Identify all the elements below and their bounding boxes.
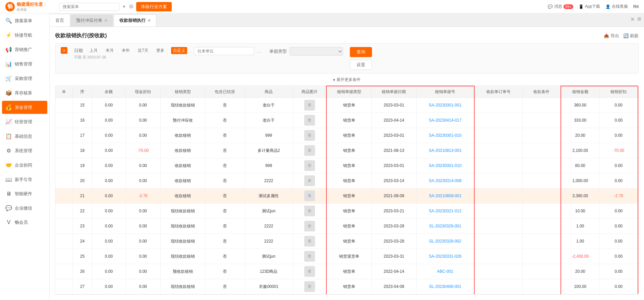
- export-button[interactable]: 📤 导出: [604, 33, 619, 39]
- top-search-input[interactable]: [59, 3, 119, 11]
- col-verify-bill-no-cell[interactable]: SA-20230314-008: [416, 173, 474, 188]
- sidebar-item-inventory[interactable]: 📦 库存核算: [0, 86, 49, 100]
- col-cash-discount-cell: 0.00: [126, 279, 160, 294]
- col-verify-bill-no-cell[interactable]: SA-20230301-010: [416, 158, 474, 173]
- col-include-settled-cell: 否: [205, 158, 245, 173]
- last-7-days-btn[interactable]: 近7天: [137, 47, 150, 54]
- tab-receipt-verify[interactable]: 收款核销执行 ✕: [114, 14, 156, 27]
- bill-no-link[interactable]: SA-20210808-001: [429, 194, 461, 198]
- solution-button[interactable]: 体验行业方案: [136, 2, 172, 11]
- page-title-row: 收款核销执行(按收款) 📤 导出 🔄 刷新: [55, 32, 639, 39]
- bill-no-link[interactable]: SA-20230301-001: [429, 103, 461, 108]
- expand-filter-button[interactable]: »: [61, 47, 67, 54]
- col-verify-amount-cell: 100.00: [561, 279, 599, 294]
- col-seq-cell: 27: [73, 279, 92, 294]
- col-verify-discount-cell: 0.00: [599, 128, 638, 143]
- tab-prepay[interactable]: 预付冲应付单 ✕: [70, 14, 113, 27]
- sidebar-item-system[interactable]: ⚙ 系统管理: [0, 143, 49, 158]
- sidebar-item-basic[interactable]: 📋 基础信息: [0, 129, 49, 143]
- col-product-img-cell: 图: [293, 128, 327, 143]
- expand-more-bar[interactable]: ▾ 展开更多条件: [55, 77, 639, 83]
- message-area[interactable]: 💬 消息 99+: [548, 4, 573, 9]
- col-verify-bill-no-cell[interactable]: SA-20230301-001: [416, 98, 474, 113]
- sidebar-item-search[interactable]: 🔍 搜索菜单: [0, 13, 49, 28]
- bill-no-link[interactable]: SA-20230414-017: [429, 118, 461, 123]
- this-month-btn[interactable]: 本月: [104, 47, 115, 54]
- bill-type-filter-group: 单据类型: [269, 47, 343, 56]
- refresh-button[interactable]: 🔄 刷新: [623, 33, 639, 39]
- col-receipt-condition-cell: [522, 128, 561, 143]
- tab-receipt-label: 收款核销执行: [119, 17, 146, 24]
- sidebar-item-hardware[interactable]: 🖥 智能硬件: [0, 187, 49, 201]
- bill-no-link[interactable]: SA-20210813-001: [429, 148, 461, 153]
- sidebar-item-purchase[interactable]: 🛒 采购管理: [0, 71, 49, 86]
- col-receipt-order-no-cell: [474, 294, 523, 295]
- bill-no-link[interactable]: SL-20230328-001: [429, 224, 461, 228]
- bill-no-link[interactable]: SA-20230331-026: [429, 254, 461, 259]
- maximize-icon[interactable]: ⊞: [637, 16, 641, 23]
- close-prepay-tab-icon[interactable]: ✕: [104, 18, 107, 23]
- bill-no-link[interactable]: SL-20230408-001: [429, 284, 461, 289]
- query-button[interactable]: 查询: [350, 47, 372, 57]
- main-content-area: 首页 预付冲应付单 ✕ 收款核销执行 ✕ ✕ ⊞ 收款核销执行(按收款): [50, 13, 644, 300]
- close-window-icon[interactable]: ✕: [630, 16, 635, 23]
- partner-input[interactable]: [194, 47, 254, 55]
- sidebar-item-quicknav[interactable]: ⚡ 快捷导航: [0, 28, 49, 42]
- bill-no-link[interactable]: SA-20230301-010: [429, 163, 461, 168]
- col-verify-bill-no-cell[interactable]: SA-20230301-010: [416, 128, 474, 143]
- col-verify-bill-no-cell[interactable]: SL-20230328-001: [416, 219, 474, 234]
- sidebar-item-operation[interactable]: 📈 经营管理: [0, 115, 49, 129]
- app-download-area[interactable]: 📱 App下载: [579, 4, 600, 9]
- message-label: 消息: [554, 4, 562, 9]
- tab-home[interactable]: 首页: [50, 14, 70, 27]
- sidebar-item-sales[interactable]: 📊 销售管理: [0, 57, 49, 71]
- close-receipt-tab-icon[interactable]: ✕: [148, 18, 151, 23]
- set-button[interactable]: 设置: [350, 60, 372, 70]
- bill-type-select[interactable]: [289, 47, 343, 56]
- sidebar-item-marketing[interactable]: 📢 营销推广: [0, 42, 49, 57]
- col-receipt-condition-cell: [522, 294, 561, 295]
- app-download-label: App下载: [585, 4, 600, 9]
- col-verify-bill-type-cell: 销货单: [326, 158, 371, 173]
- main-layout: 🔍 搜索菜单 ⚡ 快捷导航 📢 营销推广 📊 销售管理 🛒 采购管理 📦 库存核…: [0, 13, 644, 300]
- col-verify-bill-no-cell[interactable]: SA-20230321-012: [416, 204, 474, 219]
- col-verify-bill-no-cell[interactable]: SA-20210808-001: [416, 188, 474, 204]
- col-receipt-condition-cell: [522, 113, 561, 128]
- col-product-cell: 测试jun: [245, 249, 293, 264]
- col-verify-type-cell: 预付冲应收: [160, 113, 205, 128]
- logo-icon: 畅: [5, 2, 15, 11]
- col-verify-bill-no-cell[interactable]: SA-20230414-017: [416, 113, 474, 128]
- bill-no-link[interactable]: SA-20230314-008: [429, 178, 461, 183]
- col-verify-bill-no-cell[interactable]: SL-20230328-002: [416, 234, 474, 249]
- col-product-cell: 多计量商品2: [245, 143, 293, 158]
- bill-no-link[interactable]: SL-20230328-002: [429, 239, 461, 244]
- sidebar-item-wechat[interactable]: 💬 企业微信: [0, 201, 49, 215]
- col-product-img-cell: 图: [293, 219, 327, 234]
- online-service-area[interactable]: 👤 在线客服: [605, 4, 628, 9]
- col-verify-bill-no-cell[interactable]: SL-20230408-001: [416, 279, 474, 294]
- col-verify-discount-cell: 0.00: [599, 158, 638, 173]
- bill-no-link[interactable]: SA-20230301-010: [429, 133, 461, 138]
- gear-icon[interactable]: ⚙: [129, 3, 133, 10]
- sidebar-item-guide[interactable]: 📖 新手引导: [0, 172, 49, 187]
- col-verify-bill-no-cell[interactable]: ABC-001: [416, 264, 474, 279]
- custom-date-btn[interactable]: 自定义: [171, 47, 187, 54]
- refresh-label: 刷新: [630, 33, 639, 39]
- col-gear-cell: [55, 128, 73, 143]
- this-year-btn[interactable]: 本年: [120, 47, 131, 54]
- table-row: 24 0.00 0.00 现结收款核销 否 2222 图 销货单 2023-03…: [55, 234, 638, 249]
- book-icon: 📖: [5, 176, 12, 183]
- sidebar-item-finance[interactable]: 💰 资金管理: [2, 101, 47, 114]
- sidebar-item-member[interactable]: V 畅会员: [0, 215, 49, 229]
- export-icon: 📤: [604, 33, 609, 38]
- col-verify-bill-no-cell[interactable]: SA-20230331-026: [416, 249, 474, 264]
- col-verify-bill-no-cell[interactable]: SA-20210813-001: [416, 143, 474, 158]
- last-month-btn[interactable]: 上月: [88, 47, 99, 54]
- sidebar-item-collab[interactable]: 🤝 企业协同: [0, 158, 49, 172]
- bill-no-link[interactable]: SA-20230321-012: [429, 209, 461, 213]
- more-date-btn[interactable]: 更多: [155, 47, 166, 54]
- bill-no-link[interactable]: ABC-001: [437, 269, 453, 274]
- col-gear[interactable]: ⚙: [55, 86, 73, 98]
- col-verify-bill-no-cell[interactable]: SL-20230418-001: [416, 294, 474, 295]
- col-verify-amount-cell: 1.00: [561, 234, 599, 249]
